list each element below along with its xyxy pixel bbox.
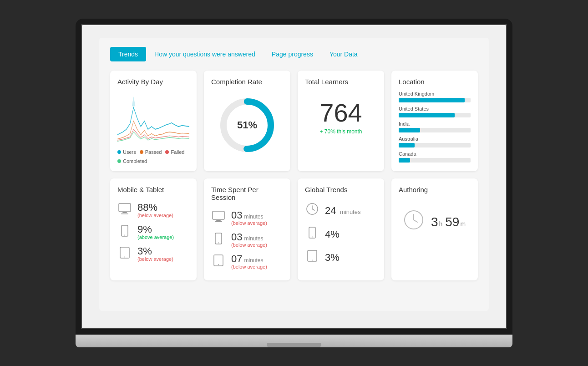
svg-rect-3 <box>119 203 131 212</box>
global-tablet-icon <box>305 250 319 265</box>
activity-legend: Users Passed Failed Completed <box>117 149 189 164</box>
desktop-pct: 88% <box>137 203 173 213</box>
legend-passed: Passed <box>140 149 162 155</box>
app-container: Trends How your questions were answered … <box>99 38 489 311</box>
tablet-label: (below average) <box>137 256 173 262</box>
svg-point-9 <box>124 256 125 257</box>
mobile-icon <box>117 225 132 240</box>
completion-title: Completion Rate <box>211 78 283 86</box>
location-bar-ca <box>399 158 410 163</box>
time-tablet-num: 07 <box>231 254 242 264</box>
activity-card: Activity By Day <box>110 71 197 171</box>
learners-center: 764 + 70% this month <box>305 91 377 144</box>
global-mobile-num: 4% <box>325 229 340 240</box>
learners-card: Total Learners 764 + 70% this month <box>298 71 384 171</box>
time-desktop-num: 03 <box>231 210 242 220</box>
global-tablet-num: 3% <box>325 252 340 263</box>
location-item-uk: United Kingdom <box>399 91 471 102</box>
time-desktop-unit: minutes <box>244 214 263 220</box>
dashboard: Activity By Day <box>110 71 478 280</box>
time-desktop-value: 03 minutes (below average) <box>231 210 267 226</box>
global-tablet: 3% <box>305 250 377 265</box>
time-desktop-icon <box>211 211 226 226</box>
learners-count: 764 <box>319 100 362 126</box>
time-mobile-num: 03 <box>231 232 242 242</box>
global-tablet-stat: 3% <box>325 252 340 264</box>
tab-progress[interactable]: Page progress <box>264 47 321 61</box>
legend-dot-completed <box>117 159 121 163</box>
location-item-india: India <box>399 121 471 132</box>
laptop-wrapper: Trends How your questions were answered … <box>76 19 512 347</box>
global-mobile: 4% <box>305 227 377 242</box>
mobile-card: Mobile & Tablet 88% (below average) <box>110 178 197 280</box>
global-list: 24 minutes 4% <box>305 199 377 269</box>
device-tablet: 3% (below average) <box>117 246 189 262</box>
global-card: Global Trends 24 minutes <box>298 178 384 280</box>
mobile-pct: 9% <box>137 224 174 234</box>
time-mobile: 03 minutes (below average) <box>211 232 283 248</box>
desktop-label: (below average) <box>137 213 173 218</box>
svg-marker-0 <box>132 97 136 107</box>
time-mobile-icon <box>211 233 226 248</box>
time-tablet: 07 minutes (below average) <box>211 254 283 269</box>
svg-point-23 <box>312 260 313 261</box>
mobile-stats: 9% (above average) <box>137 224 174 240</box>
authoring-card: Authoring 3 h 59 m <box>391 178 478 280</box>
location-item-au: Australia <box>399 136 471 147</box>
authoring-center: 3 h 59 m <box>399 199 471 245</box>
time-mobile-sub: (below average) <box>231 242 267 248</box>
location-item-ca: Canada <box>399 151 471 163</box>
location-list: United Kingdom United States India <box>399 91 471 163</box>
learners-title: Total Learners <box>305 78 377 86</box>
svg-rect-12 <box>215 221 222 222</box>
time-tablet-icon <box>211 254 226 269</box>
svg-rect-10 <box>213 211 224 219</box>
location-title: Location <box>399 78 471 86</box>
device-list: 88% (below average) 9% (above average) <box>117 199 189 265</box>
donut-chart: 51% <box>218 96 277 155</box>
time-mobile-value: 03 minutes (below average) <box>231 232 267 248</box>
device-mobile: 9% (above average) <box>117 224 189 240</box>
tab-trends[interactable]: Trends <box>110 47 146 61</box>
device-desktop: 88% (below average) <box>117 203 189 218</box>
authoring-time-display: 3 h 59 m <box>431 215 466 229</box>
location-card: Location United Kingdom United States In… <box>391 71 478 171</box>
laptop-screen: Trends How your questions were answered … <box>76 19 512 335</box>
global-title: Global Trends <box>305 186 377 193</box>
authoring-minutes: 59 <box>445 215 459 229</box>
tablet-pct: 3% <box>137 246 173 256</box>
time-desktop: 03 minutes (below average) <box>211 210 283 226</box>
global-desktop-unit: minutes <box>340 208 361 215</box>
authoring-m-unit: m <box>460 220 466 228</box>
legend-users: Users <box>117 149 136 155</box>
time-list: 03 minutes (below average) <box>211 207 283 273</box>
svg-rect-8 <box>120 247 129 258</box>
time-tablet-value: 07 minutes (below average) <box>231 254 267 269</box>
tab-questions[interactable]: How your questions were answered <box>146 47 264 61</box>
svg-line-19 <box>312 209 314 210</box>
svg-rect-11 <box>216 220 221 221</box>
svg-rect-15 <box>214 255 223 266</box>
time-desktop-sub: (below average) <box>231 220 267 226</box>
svg-point-14 <box>218 242 219 243</box>
tab-yourdata[interactable]: Your Data <box>321 47 366 61</box>
global-desktop: 24 minutes <box>305 203 377 219</box>
tablet-stats: 3% (below average) <box>137 246 173 262</box>
completion-center: 51% <box>211 91 283 159</box>
location-bar-us <box>399 113 455 117</box>
time-mobile-unit: minutes <box>244 235 263 242</box>
global-mobile-stat: 4% <box>325 229 340 240</box>
timespent-card: Time Spent Per Session 03 minutes <box>204 178 290 280</box>
legend-dot-passed <box>140 150 143 154</box>
laptop-base <box>76 335 512 347</box>
completion-percent: 51% <box>237 119 257 131</box>
svg-rect-6 <box>122 225 128 236</box>
activity-chart <box>117 91 189 146</box>
svg-rect-13 <box>215 233 222 244</box>
authoring-title: Authoring <box>399 186 471 193</box>
location-bar-uk <box>399 98 465 102</box>
completion-card: Completion Rate 51% <box>204 71 290 171</box>
global-desktop-stat: 24 minutes <box>325 205 360 217</box>
svg-line-26 <box>414 220 417 222</box>
learners-growth: + 70% this month <box>319 128 362 135</box>
